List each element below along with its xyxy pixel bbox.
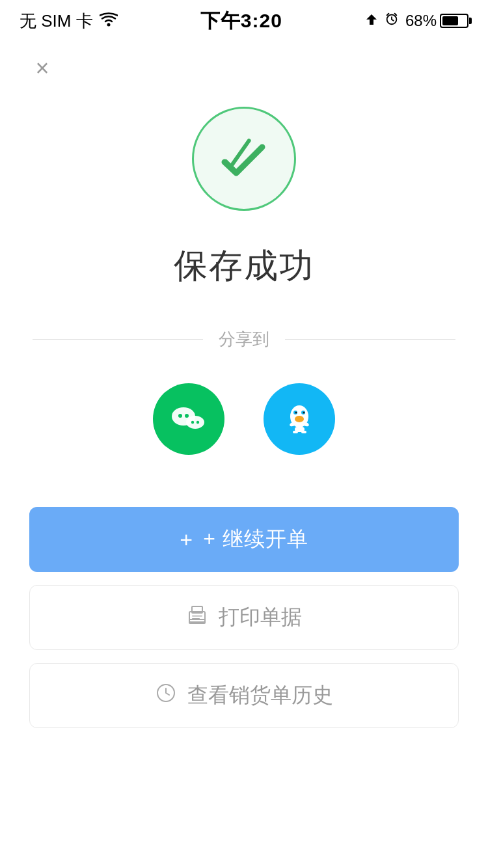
- divider-line-right: [285, 339, 455, 340]
- history-label: 查看销货单历史: [187, 681, 333, 710]
- qq-share-button[interactable]: [264, 383, 335, 455]
- share-icons: [153, 383, 335, 455]
- success-title: 保存成功: [174, 243, 314, 289]
- main-content: 保存成功 分享到: [0, 42, 488, 728]
- print-label: 打印单据: [219, 603, 302, 632]
- svg-point-13: [295, 411, 297, 413]
- status-time: 下午3:20: [200, 8, 282, 34]
- svg-point-5: [186, 416, 204, 429]
- history-button[interactable]: 查看销货单历史: [29, 663, 459, 728]
- status-right: 68%: [365, 12, 468, 30]
- divider-line-left: [33, 339, 203, 340]
- carrier-text: 无 SIM 卡: [20, 10, 93, 33]
- close-icon: ×: [35, 55, 49, 82]
- status-bar: 无 SIM 卡 下午3:20 68%: [0, 0, 488, 42]
- share-label: 分享到: [203, 328, 285, 351]
- battery-icon: [440, 14, 468, 28]
- share-divider: 分享到: [0, 328, 488, 351]
- wifi-icon: [100, 11, 118, 31]
- plus-icon: +: [180, 527, 193, 552]
- continue-label: + 继续开单: [203, 525, 308, 554]
- svg-point-7: [196, 420, 198, 423]
- wechat-share-button[interactable]: [153, 383, 224, 455]
- close-button[interactable]: ×: [26, 52, 59, 85]
- svg-point-4: [185, 414, 189, 418]
- svg-rect-20: [301, 431, 306, 433]
- svg-rect-22: [192, 616, 202, 617]
- printer-icon: [186, 604, 208, 631]
- clock-icon: [155, 682, 177, 709]
- battery-indicator: 68%: [405, 12, 468, 30]
- alarm-icon: [385, 12, 399, 30]
- svg-point-6: [191, 420, 193, 423]
- print-button[interactable]: 打印单据: [29, 585, 459, 650]
- svg-point-0: [107, 23, 110, 26]
- status-left: 无 SIM 卡: [20, 10, 118, 33]
- svg-point-14: [303, 411, 305, 413]
- checkmark-icon: [218, 139, 270, 178]
- battery-text: 68%: [405, 12, 437, 30]
- location-icon: [365, 12, 378, 30]
- success-circle: [192, 107, 296, 211]
- svg-point-3: [178, 414, 182, 418]
- svg-point-15: [295, 416, 304, 422]
- svg-rect-19: [293, 431, 298, 433]
- continue-button[interactable]: + + 继续开单: [29, 507, 459, 572]
- action-buttons: + + 继续开单 打印单据: [29, 507, 459, 728]
